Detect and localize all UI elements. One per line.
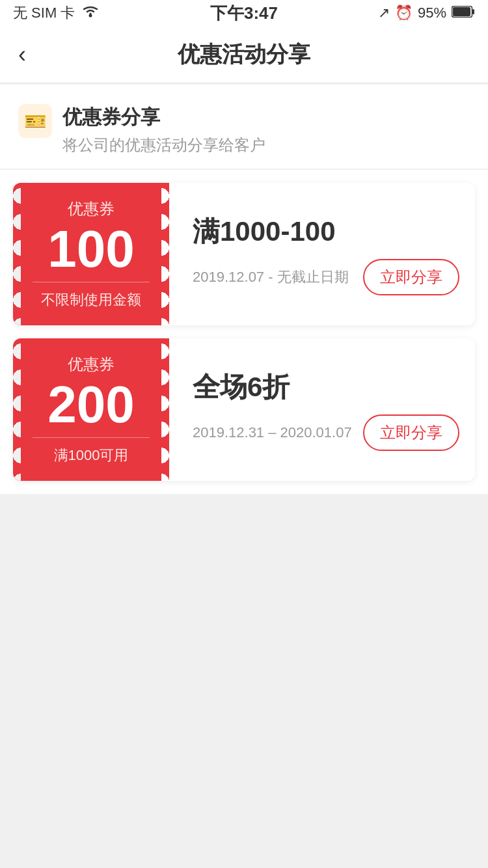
page-title: 优惠活动分享 [178, 40, 310, 70]
section-icon: 🎫 [18, 104, 52, 138]
section-subtitle: 将公司的优惠活动分享给客户 [62, 135, 265, 156]
status-time: 下午3:47 [210, 2, 278, 25]
section-title: 优惠券分享 [62, 104, 265, 131]
coupon-left-1: 优惠券 100 不限制使用金额 [13, 183, 169, 325]
coupon-date-1: 2019.12.07 - 无截止日期 [193, 267, 349, 287]
coupon-left-2: 优惠券 200 满1000可用 [13, 338, 169, 481]
carrier-text: 无 SIM 卡 [13, 3, 75, 23]
status-left: 无 SIM 卡 [13, 3, 100, 23]
location-icon: ↗ [378, 5, 390, 21]
coupon-name-1: 满1000-100 [193, 213, 459, 250]
share-button-1[interactable]: 立即分享 [363, 259, 459, 295]
coupon-card-2: 优惠券 200 满1000可用 全场6折 2019.12.31 – 2020.0… [13, 338, 475, 481]
svg-rect-2 [453, 7, 470, 16]
svg-rect-3 [472, 9, 474, 14]
back-button[interactable]: ‹ [18, 41, 26, 68]
wifi-icon [81, 5, 100, 21]
coupon-meta-2: 2019.12.31 – 2020.01.07 立即分享 [193, 414, 459, 451]
coupon-list: 优惠券 100 不限制使用金额 满1000-100 2019.12.07 - 无… [0, 170, 488, 494]
coupon-divider-2 [33, 437, 150, 438]
coupon-label-1: 优惠券 [68, 198, 115, 219]
coupon-amount-2: 200 [47, 379, 134, 431]
share-button-2[interactable]: 立即分享 [363, 414, 459, 451]
coupon-label-2: 优惠券 [68, 354, 115, 375]
alarm-icon: ⏰ [395, 5, 413, 21]
coupon-right-2: 全场6折 2019.12.31 – 2020.01.07 立即分享 [169, 338, 475, 481]
nav-bar: ‹ 优惠活动分享 [0, 26, 488, 83]
coupon-right-1: 满1000-100 2019.12.07 - 无截止日期 立即分享 [169, 183, 475, 325]
coupon-condition-1: 不限制使用金额 [41, 290, 141, 310]
status-right: ↗ ⏰ 95% [378, 5, 475, 21]
coupon-condition-2: 满1000可用 [54, 446, 129, 465]
coupon-amount-1: 100 [47, 223, 134, 275]
section-header: 🎫 优惠券分享 将公司的优惠活动分享给客户 [0, 85, 488, 169]
battery-icon [452, 5, 475, 21]
bottom-area [0, 494, 488, 819]
section-text: 优惠券分享 将公司的优惠活动分享给客户 [62, 104, 265, 156]
coupon-divider-1 [33, 282, 150, 282]
svg-point-0 [89, 14, 92, 18]
status-bar: 无 SIM 卡 下午3:47 ↗ ⏰ 95% [0, 0, 488, 26]
coupon-meta-1: 2019.12.07 - 无截止日期 立即分享 [193, 259, 459, 295]
coupon-card-1: 优惠券 100 不限制使用金额 满1000-100 2019.12.07 - 无… [13, 183, 475, 325]
battery-text: 95% [418, 5, 446, 21]
coupon-name-2: 全场6折 [193, 369, 459, 405]
coupon-date-2: 2019.12.31 – 2020.01.07 [193, 424, 352, 441]
